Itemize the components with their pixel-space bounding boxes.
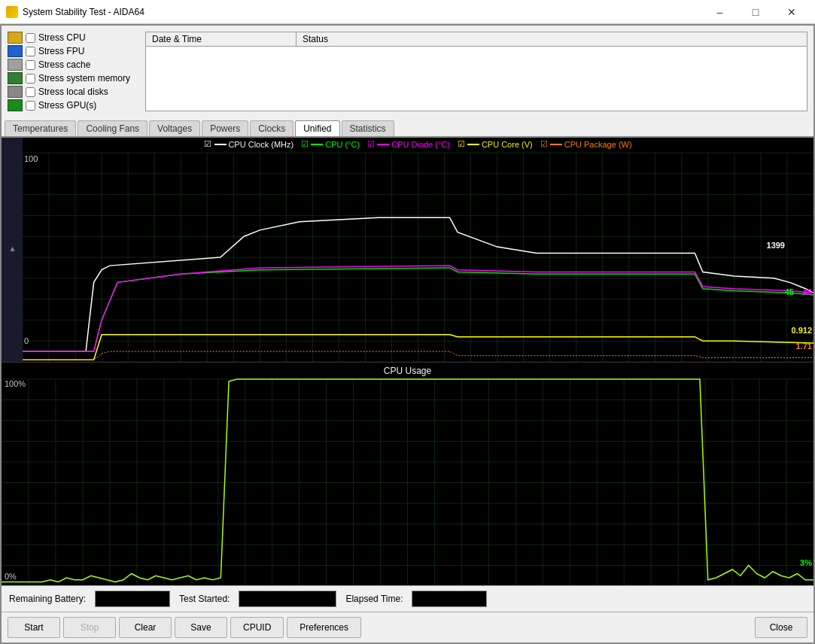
- cpu-usage-panel: CPU Usage 100% 0% 3%: [2, 362, 813, 586]
- cpu-y-min: 0%: [5, 572, 17, 581]
- cpu-current-value: 3%: [800, 558, 812, 567]
- stress-item-memory: Stress system memory: [8, 72, 139, 84]
- battery-field: [95, 591, 170, 607]
- top-section: Stress CPUStress FPUStress cacheStress s…: [2, 26, 813, 117]
- tab-clocks[interactable]: Clocks: [250, 120, 293, 136]
- cache-label: Stress cache: [38, 59, 90, 70]
- tab-cooling-fans[interactable]: Cooling Fans: [78, 120, 147, 136]
- legend-label-temp: CPU (°C): [325, 140, 360, 149]
- cpu-usage-canvas: [2, 363, 813, 586]
- stress-item-cache: Stress cache: [8, 59, 139, 71]
- title-bar: System Stability Test - AIDA64 ‒ □ ✕: [0, 0, 815, 24]
- legend-diode: ☑CPU Diode (°C): [367, 139, 450, 149]
- save-button[interactable]: Save: [175, 617, 227, 638]
- stop-button[interactable]: Stop: [63, 617, 116, 638]
- unified-canvas: [23, 138, 813, 362]
- legend-label-package: CPU Package (W): [564, 140, 632, 149]
- unified-chart-container: ☑CPU Clock (MHz)☑CPU (°C)☑CPU Diode (°C)…: [23, 138, 813, 362]
- chart-area: ▼ ☑CPU Clock (MHz)☑CPU (°C)☑CPU Diode (°…: [2, 138, 813, 585]
- tab-powers[interactable]: Powers: [202, 120, 248, 136]
- unified-sidebar: ▼: [2, 138, 23, 362]
- memory-checkbox[interactable]: [26, 74, 35, 84]
- temp-value: 45: [785, 287, 794, 296]
- cpu-checkbox[interactable]: [26, 33, 35, 43]
- disk-checkbox[interactable]: [26, 87, 35, 97]
- package-value: 1.71: [796, 342, 812, 351]
- fpu-checkbox[interactable]: [26, 47, 35, 56]
- status-bar: Remaining Battery: Test Started: Elapsed…: [2, 585, 813, 612]
- aida64-icon: [6, 6, 18, 18]
- gpu-icon: [8, 99, 23, 111]
- title-bar-controls: ‒ □ ✕: [702, 0, 809, 24]
- gpu-label: Stress GPU(s): [38, 100, 96, 111]
- cache-icon: [8, 59, 23, 71]
- stress-item-fpu: Stress FPU: [8, 45, 139, 57]
- unified-chart-panel: ▼ ☑CPU Clock (MHz)☑CPU (°C)☑CPU Diode (°…: [2, 138, 813, 362]
- cache-checkbox[interactable]: [26, 60, 35, 70]
- window-title: System Stability Test - AIDA64: [23, 7, 144, 17]
- fpu-label: Stress FPU: [38, 46, 84, 56]
- minimize-button[interactable]: ‒: [702, 0, 737, 24]
- cpu-usage-title: CPU Usage: [384, 366, 431, 376]
- fpu-icon: [8, 45, 23, 57]
- legend-temp: ☑CPU (°C): [301, 139, 360, 149]
- cpu-label: Stress CPU: [38, 32, 86, 43]
- legend-check-package[interactable]: ☑: [540, 139, 548, 149]
- legend-clock: ☑CPU Clock (MHz): [204, 139, 293, 149]
- memory-label: Stress system memory: [38, 73, 130, 84]
- test-started-label: Test Started:: [179, 594, 230, 604]
- test-started-field: [239, 591, 336, 607]
- legend-label-core: CPU Core (V): [482, 140, 533, 149]
- tab-voltages[interactable]: Voltages: [149, 120, 200, 136]
- log-col-datetime: Date & Time: [146, 32, 297, 46]
- cpu-icon: [8, 32, 23, 44]
- legend-label-diode: CPU Diode (°C): [391, 140, 450, 149]
- legend-check-diode[interactable]: ☑: [367, 139, 375, 149]
- clock-value: 1399: [767, 241, 785, 250]
- unified-y-max: 100: [24, 154, 38, 163]
- disk-icon: [8, 86, 23, 98]
- unified-legend-row: ☑CPU Clock (MHz)☑CPU (°C)☑CPU Diode (°C)…: [204, 139, 631, 149]
- preferences-button[interactable]: Preferences: [287, 617, 361, 638]
- stress-item-cpu: Stress CPU: [8, 32, 139, 44]
- main-content: Stress CPUStress FPUStress cacheStress s…: [0, 24, 815, 644]
- tab-temperatures[interactable]: Temperatures: [5, 120, 76, 136]
- legend-check-temp[interactable]: ☑: [301, 139, 309, 149]
- clear-button[interactable]: Clear: [119, 617, 172, 638]
- maximize-button[interactable]: □: [738, 0, 773, 24]
- elapsed-label: Elapsed Time:: [345, 594, 403, 604]
- log-panel: Date & Time Status: [145, 32, 807, 111]
- legend-label-clock: CPU Clock (MHz): [228, 140, 293, 149]
- stress-item-disk: Stress local disks: [8, 86, 139, 98]
- memory-icon: [8, 72, 23, 84]
- close-window-button[interactable]: ✕: [774, 0, 809, 24]
- start-button[interactable]: Start: [8, 617, 60, 638]
- stress-item-gpu: Stress GPU(s): [8, 99, 139, 111]
- diode-value: 46: [803, 287, 812, 296]
- battery-label: Remaining Battery:: [9, 594, 86, 604]
- tab-unified[interactable]: Unified: [295, 120, 339, 136]
- cpu-y-max: 100%: [5, 379, 26, 388]
- legend-package: ☑CPU Package (W): [540, 139, 632, 149]
- title-bar-left: System Stability Test - AIDA64: [6, 6, 144, 18]
- log-body: [146, 47, 807, 111]
- core-value: 0.912: [791, 326, 812, 335]
- disk-label: Stress local disks: [38, 87, 108, 97]
- tabs-row: TemperaturesCooling FansVoltagesPowersCl…: [2, 117, 813, 138]
- gpu-checkbox[interactable]: [26, 101, 35, 111]
- log-col-status: Status: [297, 32, 807, 46]
- cpuid-button[interactable]: CPUID: [230, 617, 284, 638]
- log-header: Date & Time Status: [146, 32, 807, 47]
- legend-core: ☑CPU Core (V): [458, 139, 533, 149]
- stress-options-panel: Stress CPUStress FPUStress cacheStress s…: [8, 32, 139, 111]
- unified-sidebar-label: ▼: [8, 245, 17, 254]
- button-bar: Start Stop Clear Save CPUID Preferences …: [2, 612, 813, 642]
- legend-check-clock[interactable]: ☑: [204, 139, 211, 149]
- elapsed-field: [412, 591, 487, 607]
- unified-y-min: 0: [24, 336, 29, 345]
- legend-check-core[interactable]: ☑: [458, 139, 465, 149]
- tab-statistics[interactable]: Statistics: [342, 120, 394, 136]
- close-button[interactable]: Close: [755, 617, 807, 638]
